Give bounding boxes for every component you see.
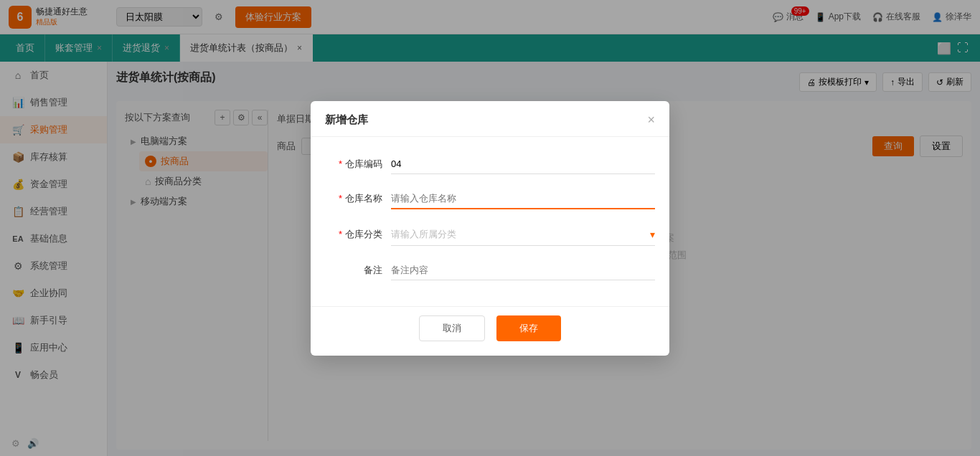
remark-label: 备注 bbox=[325, 264, 382, 277]
remark-input[interactable] bbox=[391, 260, 655, 280]
code-input[interactable] bbox=[391, 154, 655, 174]
save-button[interactable]: 保存 bbox=[496, 315, 561, 341]
category-placeholder: 请输入所属分类 bbox=[391, 228, 456, 241]
category-label: *仓库分类 bbox=[325, 228, 382, 241]
modal-title: 新增仓库 bbox=[325, 113, 368, 127]
cancel-button[interactable]: 取消 bbox=[419, 315, 485, 341]
category-select[interactable]: 请输入所属分类 ▾ bbox=[391, 224, 655, 246]
form-row-category: *仓库分类 请输入所属分类 ▾ bbox=[325, 224, 655, 246]
form-row-remark: 备注 bbox=[325, 260, 655, 280]
code-required: * bbox=[339, 158, 342, 169]
modal-header: 新增仓库 × bbox=[311, 101, 669, 137]
name-required: * bbox=[339, 193, 342, 204]
modal-footer: 取消 保存 bbox=[311, 306, 669, 356]
form-row-code: *仓库编码 bbox=[325, 154, 655, 174]
name-label: *仓库名称 bbox=[325, 192, 382, 205]
modal-overlay: 新增仓库 × *仓库编码 *仓库名称 *仓库分类 bbox=[0, 0, 980, 456]
name-input[interactable] bbox=[391, 189, 655, 209]
code-label: *仓库编码 bbox=[325, 158, 382, 171]
modal-close-button[interactable]: × bbox=[647, 113, 655, 128]
category-dropdown-icon: ▾ bbox=[650, 229, 655, 240]
new-warehouse-modal: 新增仓库 × *仓库编码 *仓库名称 *仓库分类 bbox=[311, 101, 669, 356]
form-row-name: *仓库名称 bbox=[325, 189, 655, 209]
modal-body: *仓库编码 *仓库名称 *仓库分类 请输入所属分类 ▾ bbox=[311, 137, 669, 306]
category-required: * bbox=[339, 229, 342, 239]
